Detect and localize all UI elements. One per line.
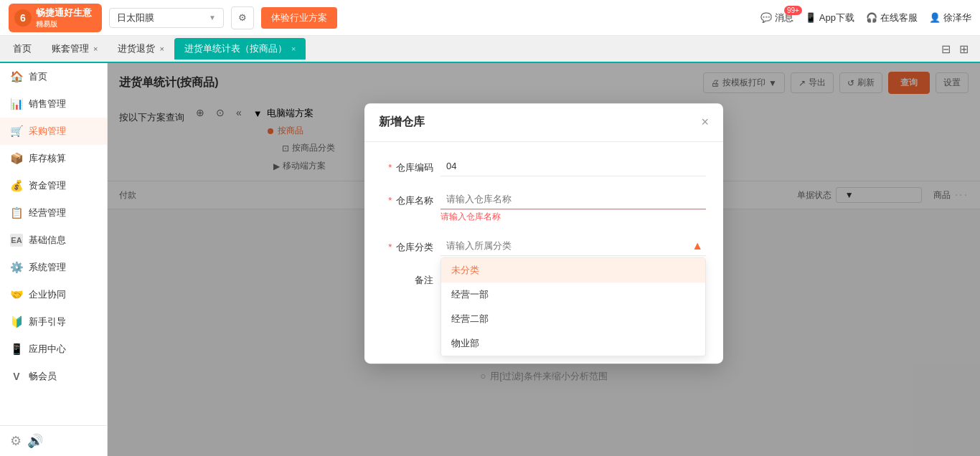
sidebar-speaker-btn[interactable]: 🔊 (27, 433, 43, 449)
tab-purchase-return-close[interactable]: × (159, 44, 164, 53)
modal-header: 新增仓库 × (364, 103, 723, 142)
sidebar-operations-label: 经营管理 (29, 206, 66, 219)
username-label: 徐泽华 (943, 11, 971, 24)
sidebar-bottom: ⚙ 🔊 (0, 425, 107, 456)
category-dropdown-list: 未分类 经营一部 经营二部 物业部 (440, 257, 706, 356)
tab-controls: ⊟ ⊞ (933, 41, 977, 57)
sidebar-member-label: 畅会员 (29, 370, 57, 383)
category-dropdown-arrow[interactable]: ▲ (689, 237, 706, 255)
tab-purchase-stats-label: 进货单统计表（按商品） (184, 42, 287, 55)
settings-icon[interactable]: ⚙ (231, 6, 254, 29)
name-input[interactable] (440, 189, 706, 209)
trial-button[interactable]: 体验行业方案 (261, 7, 337, 29)
sidebar-item-guide[interactable]: 🔰 新手引导 (0, 308, 107, 336)
home-icon: 🏠 (10, 70, 23, 83)
tab-accounts[interactable]: 账套管理 × (42, 38, 108, 60)
modal-title: 新增仓库 (379, 115, 425, 130)
search-bar[interactable]: 日太阳膜 ▼ (109, 8, 224, 28)
form-row-code: * 仓库编码 (382, 156, 706, 176)
dropdown-item-property[interactable]: 物业部 (441, 331, 705, 356)
tab-bar: 首页 账套管理 × 进货退货 × 进货单统计表（按商品） × ⊟ ⊞ (0, 36, 980, 63)
sidebar-home-label: 首页 (29, 70, 47, 83)
finance-icon: 💰 (10, 179, 23, 192)
system-icon: ⚙️ (10, 261, 23, 274)
form-row-category: * 仓库分类 ▲ 未分类 经营一部 经营二部 物业部 (382, 236, 706, 256)
tab-purchase-return-label: 进货退货 (118, 42, 155, 55)
online-service-area[interactable]: 🎧 在线客服 (866, 11, 918, 24)
tab-expand-button[interactable]: ⊞ (956, 41, 971, 57)
tab-accounts-label: 账套管理 (52, 42, 89, 55)
sidebar-item-member[interactable]: V 畅会员 (0, 363, 107, 390)
code-input[interactable] (440, 156, 706, 176)
remark-label: 备注 (382, 269, 433, 287)
form-row-name: * 仓库名称 请输入仓库名称 (382, 189, 706, 223)
enterprise-icon: 🤝 (10, 288, 23, 301)
app-download-label: App下载 (819, 11, 854, 24)
tab-purchase-stats-close[interactable]: × (291, 44, 296, 53)
category-input[interactable] (440, 236, 689, 255)
basic-icon: EA (10, 234, 23, 247)
sidebar-item-basic[interactable]: EA 基础信息 (0, 227, 107, 254)
message-icon: 💬 (760, 12, 772, 23)
content-area: 进货单统计(按商品) 🖨 按模板打印 ▼ ↗ 导出 ↺ 刷新 查询 设置 (108, 63, 980, 456)
sidebar-item-finance[interactable]: 💰 资金管理 (0, 172, 107, 199)
operations-icon: 📋 (10, 206, 23, 219)
sidebar-settings-btn[interactable]: ⚙ (10, 433, 22, 449)
sidebar-purchase-label: 采购管理 (29, 125, 66, 138)
sidebar-item-inventory[interactable]: 📦 库存核算 (0, 145, 107, 172)
sidebar-enterprise-label: 企业协同 (29, 288, 66, 301)
category-required-mark: * (388, 242, 392, 252)
tab-home[interactable]: 首页 (3, 38, 42, 60)
sidebar-item-purchase[interactable]: 🛒 采购管理 (0, 118, 107, 145)
logo-sub: 精易版 (36, 19, 92, 29)
modal-close-button[interactable]: × (701, 115, 709, 130)
category-label: * 仓库分类 (382, 236, 433, 254)
sidebar-item-home[interactable]: 🏠 首页 (0, 63, 107, 90)
modal-body: * 仓库编码 * 仓库名称 请输入仓库名称 (364, 142, 723, 316)
main-layout: 🏠 首页 📊 销售管理 🛒 采购管理 📦 库存核算 💰 资金管理 📋 经营管理 … (0, 63, 980, 456)
sidebar-sales-label: 销售管理 (29, 98, 66, 110)
search-text: 日太阳膜 (117, 11, 204, 24)
logo-icon: 6 (14, 9, 32, 27)
sidebar-item-enterprise[interactable]: 🤝 企业协同 (0, 281, 107, 308)
app-icon: 📱 (10, 343, 23, 356)
dropdown-item-unclassified[interactable]: 未分类 (441, 258, 705, 282)
code-label: * 仓库编码 (382, 156, 433, 174)
name-error-msg: 请输入仓库名称 (440, 211, 706, 223)
sidebar-guide-label: 新手引导 (29, 315, 66, 328)
tab-accounts-close[interactable]: × (93, 44, 98, 53)
sidebar-system-label: 系统管理 (29, 261, 66, 274)
mobile-icon: 📱 (805, 12, 816, 23)
sidebar-item-app[interactable]: 📱 应用中心 (0, 336, 107, 363)
purchase-icon: 🛒 (10, 125, 23, 138)
app-download-area[interactable]: 📱 App下载 (805, 11, 854, 24)
sidebar-item-operations[interactable]: 📋 经营管理 (0, 199, 107, 227)
tab-purchase-stats[interactable]: 进货单统计表（按商品） × (174, 38, 306, 60)
sidebar-item-system[interactable]: ⚙️ 系统管理 (0, 254, 107, 281)
tab-minimize-button[interactable]: ⊟ (938, 41, 953, 57)
notification-area[interactable]: 💬 消息 99+ (760, 11, 793, 24)
category-select-wrap: ▲ (440, 236, 706, 256)
user-area[interactable]: 👤 徐泽华 (929, 11, 971, 24)
sidebar: 🏠 首页 📊 销售管理 🛒 采购管理 📦 库存核算 💰 资金管理 📋 经营管理 … (0, 63, 108, 456)
logo: 6 畅捷通好生意 精易版 (9, 4, 102, 32)
headset-icon: 🎧 (866, 12, 877, 23)
notification-badge: 99+ (784, 6, 802, 15)
member-icon: V (10, 370, 23, 383)
sidebar-basic-label: 基础信息 (29, 234, 66, 247)
logo-text: 畅捷通好生意 (36, 6, 92, 19)
dropdown-item-ops1[interactable]: 经营一部 (441, 282, 705, 307)
sidebar-item-sales[interactable]: 📊 销售管理 (0, 90, 107, 118)
tab-home-label: 首页 (13, 42, 32, 55)
sidebar-inventory-label: 库存核算 (29, 152, 66, 165)
search-dropdown-icon: ▼ (209, 14, 216, 22)
dropdown-item-ops2[interactable]: 经营二部 (441, 307, 705, 331)
add-warehouse-modal: 新增仓库 × * 仓库编码 * 仓库名称 (364, 103, 723, 364)
header-right: 💬 消息 99+ 📱 App下载 🎧 在线客服 👤 徐泽华 (760, 11, 971, 24)
online-service-label: 在线客服 (880, 11, 918, 24)
tab-purchase-return[interactable]: 进货退货 × (108, 38, 174, 60)
sales-icon: 📊 (10, 98, 23, 110)
name-label: * 仓库名称 (382, 189, 433, 207)
sidebar-app-label: 应用中心 (29, 343, 66, 356)
user-icon: 👤 (929, 12, 941, 23)
